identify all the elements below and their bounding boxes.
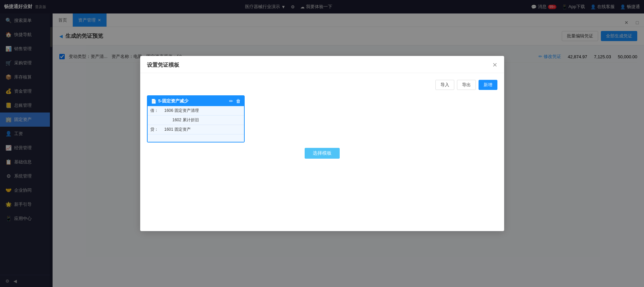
add-template-button[interactable]: 新增: [479, 80, 497, 90]
import-button[interactable]: 导入: [435, 80, 454, 90]
modal-close-button[interactable]: ✕: [492, 61, 497, 69]
template-card-name: 5-固定资产减少: [158, 98, 189, 104]
template-edit-icon[interactable]: ✏: [229, 98, 233, 104]
template-delete-icon[interactable]: 🗑: [236, 98, 241, 104]
template-row-debit-1: 借： 1606 固定资产清理: [148, 106, 244, 116]
export-button[interactable]: 导出: [457, 80, 476, 90]
template-row-credit: 贷： 1601 固定资产: [148, 125, 244, 134]
voucher-template-modal: 设置凭证模板 ✕ 导入 导出 新增 📄 5-固定资产减少 ✏ 🗑: [140, 56, 504, 231]
template-row-debit-2: 1602 累计折旧: [148, 116, 244, 125]
modal-title: 设置凭证模板: [147, 62, 179, 69]
select-template-button[interactable]: 选择模板: [305, 148, 340, 159]
template-card: 📄 5-固定资产减少 ✏ 🗑 借： 1606 固定资产清理: [147, 95, 245, 142]
template-document-icon: 📄: [151, 99, 156, 104]
template-row-empty: [148, 134, 244, 142]
